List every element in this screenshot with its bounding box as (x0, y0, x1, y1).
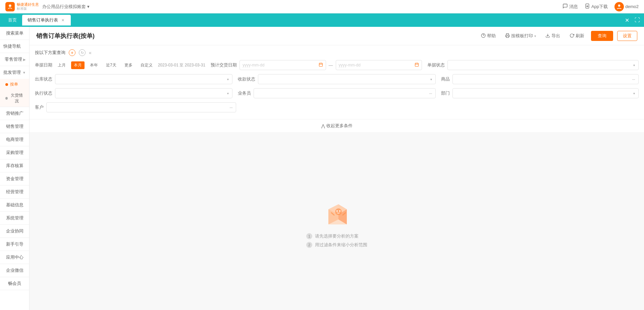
customer-group: 客户 ··· (35, 102, 236, 112)
sidebar-item-marketing[interactable]: 营销推广 (0, 107, 29, 120)
sidebar-item-newbie[interactable]: 新手引导 (0, 238, 29, 251)
app-selector[interactable]: 办公用品行业模拟账套 ▾ (42, 4, 90, 10)
header-right: 消息 App下载 demo2 (562, 2, 639, 11)
calendar-icon-from (319, 62, 323, 68)
active-dot-icon (5, 83, 8, 86)
svg-point-3 (618, 4, 621, 7)
svg-rect-6 (506, 36, 509, 38)
date-btn-this-year[interactable]: 本年 (87, 61, 101, 69)
sidebar-sub-item-arrears[interactable]: 欠货情况 (0, 90, 29, 107)
retail-arrow-icon: ▶ (23, 58, 26, 61)
sidebar-item-purchase[interactable]: 采购管理 (0, 146, 29, 159)
settings-btn[interactable]: 设置 (617, 31, 637, 41)
date-btn-last-month[interactable]: 上月 (55, 61, 68, 69)
date-range-text: 2023-03-01 至 2023-03-31 (158, 62, 205, 68)
expected-date-from[interactable]: yyyy-mm-dd (239, 60, 326, 70)
goods-label: 商品 (441, 76, 450, 82)
svg-point-22 (339, 210, 340, 212)
app-download-action[interactable]: App下载 (585, 3, 608, 10)
plan-add-btn[interactable]: + (69, 49, 75, 56)
payment-label: 收款状态 (238, 76, 255, 82)
delivery-label: 出库状态 (35, 76, 52, 82)
plan-refresh-btn[interactable]: ↻ (79, 49, 86, 56)
date-btn-custom[interactable]: 自定义 (138, 61, 155, 69)
sidebar-quicknav[interactable]: 快捷导航 (0, 40, 29, 53)
user-action[interactable]: demo2 (614, 2, 639, 11)
expected-date-group: 预计交货日期 yyyy-mm-dd — (211, 60, 422, 70)
filter-container: 按以下方案查询 + ↻ « 单据日期 上月 本月 本年 近7天 更多 自定义 2… (30, 45, 644, 119)
wholesale-main-row[interactable]: 批发管理 ▼ (0, 66, 29, 79)
sidebar-item-finance[interactable]: 资金管理 (0, 172, 29, 186)
sidebar-item-inventory[interactable]: 库存核算 (0, 159, 29, 172)
status-control[interactable]: ▾ (447, 60, 639, 70)
goods-group: 商品 ··· (441, 74, 639, 84)
tab-bar-close-btn[interactable]: ✕ (624, 16, 631, 24)
help-btn[interactable]: 帮助 (478, 32, 498, 40)
template-print-btn[interactable]: 按模板打印 ▾ (502, 32, 539, 40)
date-btn-7days[interactable]: 近7天 (103, 61, 119, 69)
avatar (614, 2, 624, 11)
plan-collapse-btn[interactable]: « (89, 50, 92, 55)
sidebar-item-basic[interactable]: 基础信息 (0, 199, 29, 212)
delivery-chevron-icon: ▾ (227, 78, 229, 81)
logo-text: 畅捷通好生意 标准版 (17, 2, 39, 11)
search-btn[interactable]: 查询 (591, 31, 613, 41)
delivery-control[interactable]: ▾ (55, 74, 232, 84)
sidebar-item-retail[interactable]: 零售管理 ▶ (0, 53, 29, 66)
sidebar-item-enterprise[interactable]: 企业协同 (0, 225, 29, 238)
hint-1: 1 请先选择要分析的方案 (306, 233, 367, 239)
sidebar-item-sales[interactable]: 销售管理 (0, 120, 29, 133)
help-icon (481, 33, 486, 39)
hint-num-2: 2 (306, 242, 312, 248)
payment-control[interactable]: ▾ (258, 74, 435, 84)
salesman-control[interactable]: ··· (254, 88, 435, 98)
refresh-btn[interactable]: 刷新 (567, 32, 587, 40)
wholesale-sub: 按单 欠货情况 (0, 79, 29, 107)
main-layout: 搜索菜单 快捷导航 零售管理 ▶ 批发管理 ▼ 按单 欠货情况 (0, 27, 644, 310)
status-chevron-icon: ▾ (633, 63, 635, 67)
sidebar-item-operation[interactable]: 经营管理 (0, 186, 29, 199)
export-btn[interactable]: 导出 (543, 32, 563, 40)
print-chevron-icon: ▾ (534, 34, 536, 38)
tab-order-list[interactable]: 销售订单执行表 ✕ (22, 15, 71, 25)
collapse-more-btn[interactable]: ⋀ 收起更多条件 (30, 119, 644, 132)
exec-control[interactable]: ▾ (55, 88, 232, 98)
sidebar-search[interactable]: 搜索菜单 (0, 27, 29, 40)
logo-area: 畅捷通好生意 标准版 (5, 2, 39, 11)
svg-point-0 (9, 4, 11, 7)
goods-dots-icon: ··· (632, 76, 635, 82)
top-header: 畅捷通好生意 标准版 办公用品行业模拟账套 ▾ 消息 (0, 0, 644, 13)
hint-num-1: 1 (306, 233, 312, 239)
filter-row-3: 执行状态 ▾ 业务员 ··· 部门 (35, 88, 639, 98)
tab-bar: 首页 销售订单执行表 ✕ ✕ ⛶ (0, 13, 644, 27)
delivery-group: 出库状态 ▾ (35, 74, 232, 84)
date-btn-this-month[interactable]: 本月 (71, 61, 85, 69)
sidebar-item-appstore[interactable]: 应用中心 (0, 251, 29, 264)
payment-chevron-icon: ▾ (430, 78, 432, 81)
customer-control[interactable]: ··· (46, 102, 236, 112)
dept-control[interactable]: ▾ (452, 88, 639, 98)
salesman-label: 业务员 (238, 90, 251, 96)
date-label: 单据日期 (35, 62, 52, 68)
goods-control[interactable]: ··· (452, 74, 639, 84)
empty-illustration (320, 194, 354, 228)
exec-chevron-icon: ▾ (227, 92, 229, 95)
sidebar-item-member[interactable]: 畅会员 (0, 277, 29, 290)
page-actions: 帮助 按模板打印 ▾ (478, 31, 637, 41)
sidebar-item-ecommerce[interactable]: 电商管理 (0, 133, 29, 146)
sidebar-item-weixin[interactable]: 企业微信 (0, 264, 29, 277)
exec-label: 执行状态 (35, 90, 52, 96)
message-action[interactable]: 消息 (562, 3, 578, 10)
exec-group: 执行状态 ▾ (35, 88, 232, 98)
printer-icon (505, 33, 510, 39)
svg-rect-12 (415, 63, 419, 66)
sidebar-sub-item-order[interactable]: 按单 (0, 79, 29, 90)
date-btn-more[interactable]: 更多 (122, 61, 135, 69)
sidebar-item-system[interactable]: 系统管理 (0, 212, 29, 225)
dept-label: 部门 (441, 90, 450, 96)
tab-home[interactable]: 首页 (3, 15, 22, 25)
tab-close-icon[interactable]: ✕ (60, 17, 65, 23)
expected-date-to[interactable]: yyyy-mm-dd (336, 60, 422, 70)
refresh-icon (570, 33, 574, 39)
tab-bar-expand-btn[interactable]: ⛶ (633, 16, 641, 24)
